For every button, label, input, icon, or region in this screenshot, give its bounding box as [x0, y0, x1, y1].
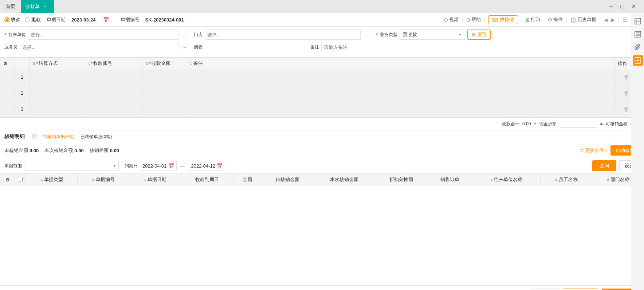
minimize-button[interactable]: ─ [607, 3, 615, 11]
select-all-checkbox[interactable] [18, 177, 23, 181]
next-icon[interactable]: ▶ [611, 17, 615, 23]
list-view-icon[interactable]: ☰ [623, 16, 628, 23]
main-table: ⚙ ⇅ * 结算方式 ⇅ * [0, 58, 644, 117]
row1-account[interactable] [84, 69, 142, 85]
doc-date-sort[interactable]: ⇅ [143, 178, 146, 182]
counterpart-sort[interactable]: ⇅ [490, 178, 493, 182]
date-to-picker[interactable]: 2022-04-12 📅 [189, 161, 225, 171]
content-wrapper: 收款 退款 单据日期 2023-03-24 📅 单据编号 SK-20230324… [0, 13, 644, 290]
row1-amount[interactable] [142, 69, 186, 85]
row2-delete-icon[interactable]: 🗑 [624, 90, 629, 97]
business-type-select[interactable]: 预收款 ▼ [400, 30, 465, 40]
table-settings-header[interactable]: ⚙ [0, 58, 15, 69]
tab-home[interactable]: 首页 [0, 0, 21, 13]
section2: 核销明细 i 待核销单据(0笔) 已核销单据(0笔) 未核销金额 0.00 本次… [0, 130, 644, 290]
bottom-gear-icon: ⚙ [5, 177, 10, 183]
filter-row: 单据范围 ▼ 到期日 2022-04-01 📅 — 2022-04-12 [0, 158, 644, 174]
row2-remark[interactable] [186, 85, 615, 101]
query-button[interactable]: 查询 [592, 160, 616, 171]
bottom-sales-order-header: 销售订单 [428, 174, 472, 185]
history-btn[interactable]: 📋 历史单据 [570, 16, 596, 23]
setting-gear-icon: ⚙ [471, 32, 476, 38]
form-row-1: * 往来单位 ··· 门店 ··· * 业务类型 预收款 ▼ [4, 30, 640, 40]
row2-amount[interactable] [142, 85, 186, 101]
dept-sort[interactable]: ⇅ [606, 178, 609, 182]
help-btn[interactable]: ⊙ 帮助 [466, 16, 481, 23]
operation-btn[interactable]: ⚙ 操作 [548, 16, 563, 23]
doc-range-select[interactable]: ▼ [24, 161, 119, 171]
row3-delete-icon[interactable]: 🗑 [624, 106, 629, 113]
pending-tab[interactable]: 待核销单据(0笔) [43, 134, 75, 140]
remark-input[interactable] [321, 42, 640, 52]
store-group: 门店 ··· [194, 30, 369, 40]
tab-active[interactable]: 收款单 × [21, 0, 54, 13]
shortcut-btn[interactable]: ⌨ 快捷键 [488, 15, 517, 24]
bottom-doc-date-header: ⇅ 单据日期 [129, 174, 181, 185]
staff-more-btn[interactable]: ··· [182, 44, 186, 50]
radio-circle-receive [4, 17, 9, 22]
form-row-2: 业务员 ··· 摘要 备注 [4, 42, 640, 52]
account-sort-icon[interactable]: ⇅ [87, 62, 90, 66]
amount-sort-icon[interactable]: ⇅ [145, 62, 148, 66]
unverified-stat: 未核销金额 0.00 [4, 147, 39, 154]
calendar-icon[interactable]: 📅 [103, 17, 109, 23]
divider3 [521, 17, 521, 23]
row2-account[interactable] [84, 85, 142, 101]
save-draft-button[interactable]: 保存草稿 ∧ [563, 289, 598, 290]
staff-sort[interactable]: ⇅ [555, 178, 558, 182]
settle-sort-icon[interactable]: ⇅ [32, 62, 35, 66]
setting-button[interactable]: ⚙ 设置 [467, 30, 491, 40]
bottom-doc-number-header: ⇅ 单据编号 [77, 174, 129, 185]
prev-icon[interactable]: ◀ [604, 17, 608, 23]
sidebar-expand-icon[interactable] [633, 55, 643, 66]
counterpart-input[interactable] [28, 30, 178, 40]
staff-input[interactable] [20, 42, 178, 52]
sidebar-attachment-icon[interactable] [633, 42, 643, 52]
row2-settle[interactable] [30, 85, 84, 101]
radio-receive-label: 收款 [11, 16, 20, 23]
row3-account[interactable] [84, 101, 142, 117]
current-value: 0.00 [74, 148, 83, 153]
table-account-header: ⇅ * 收款账号 [84, 58, 142, 69]
done-tab[interactable]: 已核销单据(0笔) [80, 134, 112, 140]
more-conditions-btn[interactable]: ▽ 更多条件 ∧ [580, 147, 608, 154]
row3-settle[interactable] [30, 101, 84, 117]
operation-icon: ⚙ [548, 17, 552, 23]
bottom-gear-header[interactable]: ⚙ [0, 174, 15, 185]
sidebar-list-icon[interactable] [633, 29, 643, 39]
date-from-picker[interactable]: 2022-04-01 📅 [140, 161, 177, 171]
video-btn[interactable]: ⊙ 视频 [444, 16, 459, 23]
divider5 [566, 17, 567, 23]
section2-header: 核销明细 i 待核销单据(0笔) 已核销单据(0笔) [0, 130, 644, 143]
discount-input[interactable] [561, 120, 597, 128]
row1-gear [0, 69, 15, 85]
row3-amount[interactable] [142, 101, 186, 117]
business-type-value: 预收款 [403, 31, 458, 38]
sidebar-table-icon[interactable] [633, 16, 643, 26]
print-btn[interactable]: 🖨 打印 [525, 16, 540, 23]
section2-info-icon[interactable]: i [32, 134, 37, 139]
tab-close-icon[interactable]: × [43, 3, 48, 10]
radio-receive[interactable]: 收款 [4, 16, 20, 23]
divider4 [544, 17, 544, 23]
abandon-button[interactable]: 放弃 [531, 289, 559, 290]
radio-dot-receive [6, 19, 8, 21]
bottom-table-area[interactable]: ⚙ ⇅ 单据类型 ⇅ 单据编号 ⇅ [0, 174, 644, 285]
row3-remark[interactable] [186, 101, 615, 117]
bottom-checkbox-header[interactable] [15, 174, 26, 185]
row1-delete-icon[interactable]: 🗑 [624, 74, 629, 81]
toolbar-right: ⊙ 视频 ⊙ 帮助 ⌨ 快捷键 🖨 打印 [444, 15, 640, 24]
store-input[interactable] [205, 30, 361, 40]
row1-remark[interactable] [186, 69, 615, 85]
close-button[interactable]: ✕ [629, 2, 638, 11]
summary-input[interactable] [205, 42, 303, 52]
radio-refund[interactable]: 退款 [25, 16, 41, 23]
maximize-button[interactable]: □ [618, 3, 626, 11]
doc-type-sort[interactable]: ⇅ [40, 178, 43, 182]
store-more-btn[interactable]: ··· [364, 32, 369, 38]
help-icon: ⊙ [466, 17, 470, 23]
row1-settle[interactable] [30, 69, 84, 85]
counterpart-more-btn[interactable]: ··· [182, 32, 186, 38]
doc-number-sort[interactable]: ⇅ [92, 178, 95, 182]
remark-sort-icon[interactable]: ⇅ [189, 62, 192, 66]
